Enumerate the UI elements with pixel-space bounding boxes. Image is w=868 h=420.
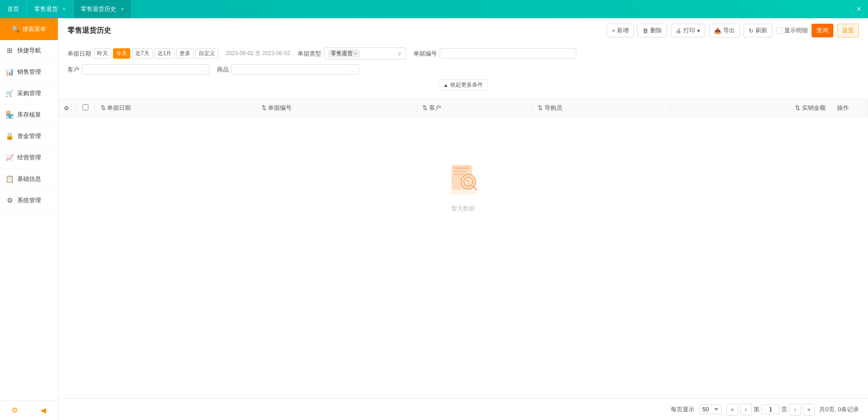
date-filter-buttons: 昨天 今天 近7天 近1月 更多 自定义 <box>94 48 218 59</box>
filter-row-2: 客户 ... 商品 ... <box>67 64 859 75</box>
pagination-bar: 每页显示 50 10 20 100 « ‹ 第 页 › » 共0页, 0条记录 <box>58 398 868 420</box>
svg-point-9 <box>469 182 470 184</box>
print-arrow-icon: ▾ <box>697 27 700 34</box>
page-number-input[interactable] <box>761 405 780 414</box>
quick-nav-icon: ⊞ <box>5 46 14 55</box>
page-label: 第 <box>754 405 760 414</box>
sidebar-item-basic-info[interactable]: 📋 基础信息 <box>0 169 58 190</box>
tab-retail-return-close[interactable]: × <box>62 6 66 12</box>
tab-retail-return[interactable]: 零售退货 × <box>27 0 73 18</box>
sidebar-item-operations-mgmt[interactable]: 📈 经营管理 <box>0 147 58 169</box>
th-actions: 操作 <box>832 99 868 117</box>
inventory-calc-icon: 🏪 <box>5 111 14 119</box>
th-customer[interactable]: ⇅ 客户 <box>417 99 532 117</box>
th-amount-label: ⇅ 实销金额 <box>795 104 826 111</box>
date-btn-1month[interactable]: 近1月 <box>154 48 175 59</box>
first-page-button[interactable]: « <box>726 404 738 415</box>
page-header-top: 零售退货历史 + 新增 🗑 删除 🖨 打印 ▾ <box>67 24 859 37</box>
customer-filter-input[interactable]: ... <box>82 64 210 75</box>
table-wrapper: ⚙ ⇅ 单据日期 ⇅ 单据编号 ⇅ 客户 <box>58 99 868 398</box>
tab-list: 首页 零售退货 × 零售退货历史 × <box>0 0 850 18</box>
type-tag-close[interactable]: × <box>354 51 357 57</box>
finance-mgmt-icon: 🔒 <box>5 132 14 140</box>
goods-filter-input[interactable]: ... <box>231 64 359 75</box>
tab-retail-return-history[interactable]: 零售退货历史 × <box>73 0 132 18</box>
query-label: 查询 <box>817 26 828 35</box>
type-selected-label: 零售退货 <box>331 50 353 57</box>
date-btn-today[interactable]: 今天 <box>113 48 130 59</box>
svg-rect-4 <box>453 174 465 175</box>
customer-placeholder-dots: ... <box>200 66 205 73</box>
last-page-button[interactable]: » <box>803 404 815 415</box>
svg-rect-3 <box>453 171 467 172</box>
collapse-filter-button[interactable]: ▲ 收起更多条件 <box>438 79 488 91</box>
main-layout: 🔍 搜索菜单 ⊞ 快捷导航 📊 销售管理 🛒 采购管理 🏪 库存核算 🔒 <box>0 18 868 420</box>
settings-button[interactable]: 设置 <box>837 24 859 37</box>
filter-row-1: 单据日期 昨天 今天 近7天 近1月 更多 自定义 2023-06-02 至 2… <box>67 47 859 60</box>
sidebar-item-system-mgmt[interactable]: ⚙ 系统管理 <box>0 190 58 211</box>
delete-button[interactable]: 🗑 删除 <box>637 24 667 37</box>
sidebar-finance-mgmt-label: 资金管理 <box>17 132 41 140</box>
new-label: 新增 <box>617 26 629 35</box>
window-close-button[interactable]: × <box>850 0 868 18</box>
page-title: 零售退货历史 <box>67 26 111 36</box>
basic-info-icon: 📋 <box>5 175 14 183</box>
per-page-select[interactable]: 50 10 20 100 <box>699 405 722 414</box>
date-btn-custom[interactable]: 自定义 <box>195 48 218 59</box>
prev-page-button[interactable]: ‹ <box>740 404 752 415</box>
sidebar-item-finance-mgmt[interactable]: 🔒 资金管理 <box>0 126 58 147</box>
date-filter-field: 单据日期 昨天 今天 近7天 近1月 更多 自定义 <box>67 48 218 59</box>
tab-home-label: 首页 <box>7 5 19 13</box>
svg-point-0 <box>449 190 477 195</box>
sidebar-purchase-mgmt-label: 采购管理 <box>17 89 41 97</box>
sidebar-basic-info-label: 基础信息 <box>17 175 41 183</box>
date-btn-yesterday[interactable]: 昨天 <box>94 48 111 59</box>
tab-retail-return-history-label: 零售退货历史 <box>81 5 116 13</box>
th-checkbox[interactable] <box>77 99 95 117</box>
collapse-icon: ▲ <box>443 82 449 88</box>
th-settings[interactable]: ⚙ <box>58 99 77 117</box>
settings-bottom-icon[interactable]: ⚙ <box>7 403 22 418</box>
refresh-button[interactable]: ↻ 刷新 <box>744 24 772 37</box>
tab-retail-return-history-close[interactable]: × <box>121 6 124 12</box>
refresh-icon: ↻ <box>749 27 754 34</box>
date-btn-7days[interactable]: 近7天 <box>132 48 153 59</box>
th-date-label: ⇅ 单据日期 <box>101 104 131 111</box>
query-button[interactable]: 查询 <box>812 24 833 37</box>
th-guide[interactable]: ⇅ 导购员 <box>532 99 670 117</box>
tab-home[interactable]: 首页 <box>0 0 27 18</box>
type-filter-select[interactable]: 零售退货 × ∨ <box>324 47 406 60</box>
date-btn-more[interactable]: 更多 <box>176 48 194 59</box>
th-number[interactable]: ⇅ 单据编号 <box>256 99 416 117</box>
settings-table-icon[interactable]: ⚙ <box>64 105 69 112</box>
display-detail-toggle[interactable]: 显示明细 <box>776 26 808 35</box>
new-button[interactable]: + 新增 <box>606 24 634 37</box>
sidebar-sales-mgmt-label: 销售管理 <box>17 68 41 76</box>
collapse-sidebar-icon[interactable]: ◀ <box>36 403 51 418</box>
page-header: 零售退货历史 + 新增 🗑 删除 🖨 打印 ▾ <box>58 18 868 99</box>
display-detail-checkbox[interactable] <box>776 27 782 34</box>
sidebar-nav: ⊞ 快捷导航 📊 销售管理 🛒 采购管理 🏪 库存核算 🔒 资金管理 📈 <box>0 40 58 400</box>
export-button[interactable]: 📤 导出 <box>709 24 740 37</box>
sidebar-operations-mgmt-label: 经营管理 <box>17 154 41 162</box>
print-button[interactable]: 🖨 打印 ▾ <box>671 24 705 37</box>
sidebar-item-inventory-calc[interactable]: 🏪 库存核算 <box>0 104 58 126</box>
sidebar-search-button[interactable]: 🔍 搜索菜单 <box>0 18 58 40</box>
th-actions-label: 操作 <box>837 104 849 111</box>
th-amount[interactable]: ⇅ 实销金额 <box>670 99 831 117</box>
sidebar-item-purchase-mgmt[interactable]: 🛒 采购管理 <box>0 83 58 104</box>
th-date[interactable]: ⇅ 单据日期 <box>95 99 256 117</box>
sidebar-item-quick-nav[interactable]: ⊞ 快捷导航 <box>0 40 58 61</box>
refresh-label: 刷新 <box>755 26 767 35</box>
sidebar-item-sales-mgmt[interactable]: 📊 销售管理 <box>0 61 58 83</box>
next-page-button[interactable]: › <box>789 404 801 415</box>
new-icon: + <box>611 27 615 34</box>
th-guide-label: ⇅ 导购员 <box>538 104 562 111</box>
goods-filter-label: 商品 <box>217 66 229 74</box>
table-body: 暂无数据 <box>58 117 868 250</box>
svg-rect-2 <box>453 167 470 169</box>
pagination-nav: « ‹ 第 页 › » <box>726 404 815 415</box>
empty-text: 暂无数据 <box>451 205 475 213</box>
select-all-checkbox[interactable] <box>82 104 88 110</box>
id-filter-input[interactable] <box>440 48 576 59</box>
